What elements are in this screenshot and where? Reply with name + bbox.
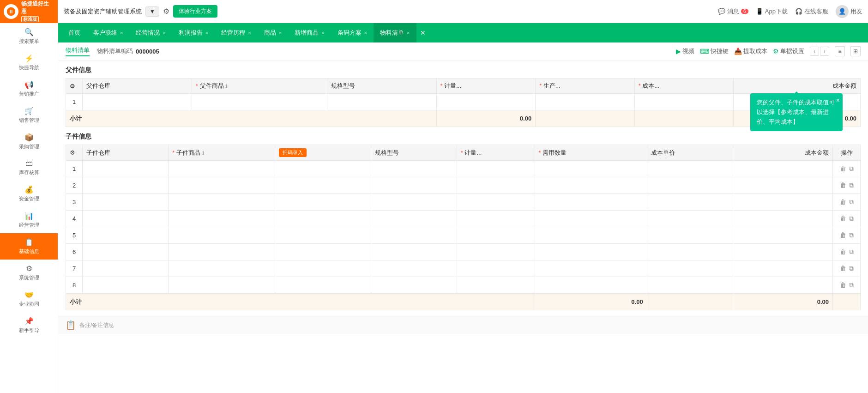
child-cell-unit-price-5[interactable] [647,227,733,244]
child-cell-product-3[interactable] [169,194,275,211]
sidebar-item-search[interactable]: 🔍 搜索菜单 [0,23,58,49]
tab-new-product[interactable]: 新增商品 × [288,23,331,42]
child-cell-spec-7[interactable] [371,260,457,277]
tab-bom[interactable]: 物料清单 × [374,23,416,42]
child-cell-unit-4[interactable] [457,211,535,227]
child-cell-product-4[interactable] [169,211,275,227]
child-cell-spec-6[interactable] [371,244,457,260]
child-cell-unit-price-8[interactable] [647,277,733,294]
child-cell-warehouse-8[interactable] [83,277,169,294]
child-cell-unit-5[interactable] [457,227,535,244]
sidebar-item-sales[interactable]: 🛒 销售管理 [0,102,58,128]
sidebar-item-finance[interactable]: 💰 资金管理 [0,181,58,207]
child-cell-unit-price-3[interactable] [647,194,733,211]
child-cell-unit-price-6[interactable] [647,244,733,260]
copy-button-2[interactable]: ⧉ [849,181,854,189]
scan-button[interactable]: 扫码录入 [279,148,307,157]
tab-product-close[interactable]: × [279,30,282,36]
delete-button-2[interactable]: 🗑 [840,181,846,189]
parent-cell-spec-1[interactable] [327,94,436,110]
video-action[interactable]: ▶ 视频 [676,47,694,55]
menu-view-button[interactable]: ≡ [835,46,845,56]
next-arrow[interactable]: › [820,47,829,56]
tab-bom-close[interactable]: × [407,30,410,36]
doc-settings-action[interactable]: ⚙ 单据设置 [773,47,804,55]
parent-cell-warehouse-1[interactable] [83,94,192,110]
gear-icon[interactable]: ⚙ [163,7,169,16]
delete-button-4[interactable]: 🗑 [840,215,846,223]
child-cell-spec-5[interactable] [371,227,457,244]
parent-cell-unit-1[interactable] [436,94,536,110]
child-cell-quantity-6[interactable] [535,244,647,260]
tab-operations-close[interactable]: × [163,30,165,36]
tab-barcode-close[interactable]: × [364,30,367,36]
child-cell-quantity-3[interactable] [535,194,647,211]
trial-button[interactable]: 体验行业方案 [173,5,217,18]
child-cell-unit-7[interactable] [457,260,535,277]
copy-button-8[interactable]: ⧉ [849,281,854,289]
tab-barcode[interactable]: 条码方案 × [331,23,374,42]
parent-cell-cost-1[interactable] [634,94,734,110]
sidebar-item-guide[interactable]: 📌 新手引导 [0,312,58,339]
copy-button-5[interactable]: ⧉ [849,231,854,239]
child-cell-spec-1[interactable] [371,161,457,177]
child-cell-warehouse-2[interactable] [83,177,169,194]
system-select-button[interactable]: ▼ [145,6,159,17]
tab-product[interactable]: 商品 × [258,23,288,42]
app-download-button[interactable]: 📱 App下载 [756,7,788,16]
message-button[interactable]: 💬 消息 6 [718,7,748,16]
child-cell-unit-8[interactable] [457,277,535,294]
expand-button[interactable]: ⊞ [850,46,861,56]
copy-button-4[interactable]: ⧉ [849,215,854,223]
sidebar-item-basic[interactable]: 📋 基础信息 [0,233,58,260]
parent-cell-production-1[interactable] [536,94,635,110]
online-support-button[interactable]: 🎧 在线客服 [795,7,828,16]
child-cell-quantity-7[interactable] [535,260,647,277]
child-cell-product-6[interactable] [169,244,275,260]
sidebar-item-operations[interactable]: 📊 经营管理 [0,207,58,233]
child-cell-unit-price-2[interactable] [647,177,733,194]
child-cell-unit-price-4[interactable] [647,211,733,227]
child-cell-unit-6[interactable] [457,244,535,260]
sidebar-item-enterprise[interactable]: 🤝 企业协同 [0,286,58,312]
copy-button-3[interactable]: ⧉ [849,198,854,206]
sidebar-item-system[interactable]: ⚙ 系统管理 [0,260,58,286]
child-cell-product-2[interactable] [169,177,275,194]
close-all-button[interactable]: ✕ [420,29,426,36]
parent-cell-product-1[interactable] [192,94,327,110]
child-cell-warehouse-1[interactable] [83,161,169,177]
child-cell-spec-4[interactable] [371,211,457,227]
copy-button-1[interactable]: ⧉ [849,165,854,173]
child-cell-product-8[interactable] [169,277,275,294]
child-cell-spec-2[interactable] [371,177,457,194]
child-cell-warehouse-3[interactable] [83,194,169,211]
child-cell-unit-price-7[interactable] [647,260,733,277]
delete-button-1[interactable]: 🗑 [840,165,846,173]
child-cell-warehouse-5[interactable] [83,227,169,244]
tab-new-product-close[interactable]: × [321,30,324,36]
tab-customer-close[interactable]: × [120,30,123,36]
delete-button-5[interactable]: 🗑 [840,231,846,239]
sidebar-item-purchase[interactable]: 📦 采购管理 [0,128,58,155]
child-cell-warehouse-7[interactable] [83,260,169,277]
copy-button-7[interactable]: ⧉ [849,265,854,272]
sidebar-item-marketing[interactable]: 📢 营销推广 [0,76,58,102]
child-cell-quantity-4[interactable] [535,211,647,227]
child-cell-spec-8[interactable] [371,277,457,294]
child-th-settings[interactable]: ⚙ [66,145,83,161]
child-cell-unit-1[interactable] [457,161,535,177]
sub-tab-bom[interactable]: 物料清单 [66,46,90,56]
sidebar-item-quicknav[interactable]: ⚡ 快捷导航 [0,49,58,76]
child-cell-quantity-2[interactable] [535,177,647,194]
child-cell-warehouse-6[interactable] [83,244,169,260]
child-cell-quantity-1[interactable] [535,161,647,177]
parent-th-settings[interactable]: ⚙ [66,79,83,94]
delete-button-3[interactable]: 🗑 [840,198,846,206]
tab-operations[interactable]: 经营情况 × [129,23,172,42]
child-cell-product-1[interactable] [169,161,275,177]
delete-button-8[interactable]: 🗑 [840,281,846,289]
tab-profit[interactable]: 利润报告 × [172,23,215,42]
tooltip-close-button[interactable]: × [836,95,840,105]
child-cell-product-7[interactable] [169,260,275,277]
delete-button-6[interactable]: 🗑 [840,248,846,256]
